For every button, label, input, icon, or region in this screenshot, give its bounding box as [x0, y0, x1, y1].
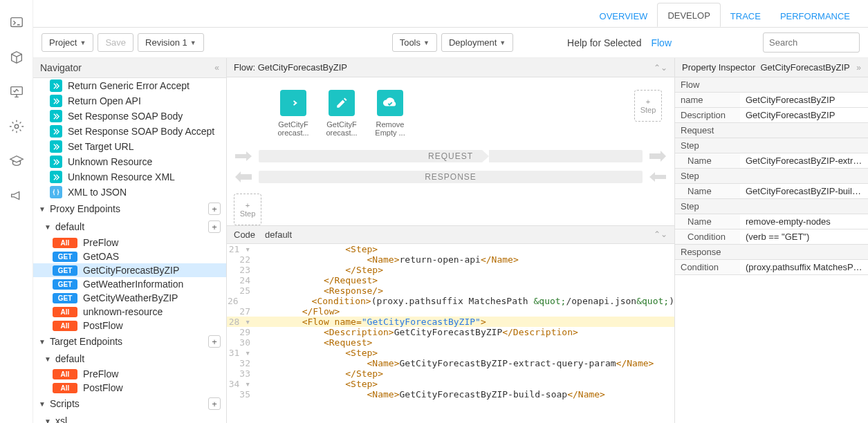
flow-step[interactable]: Remove Empty ...	[371, 90, 409, 137]
add-step-request[interactable]: +Step	[634, 90, 662, 122]
code-content: <Name>return-open-api</Name>	[259, 254, 519, 265]
code-editor[interactable]: 21 ▾ <Step>22 <Name>return-open-api</Nam…	[227, 244, 674, 423]
flow-item[interactable]: GETGetCityForecastByZIP	[33, 263, 226, 277]
deployment-menu[interactable]: Deployment▼	[441, 33, 513, 52]
project-menu[interactable]: Project▼	[41, 33, 93, 52]
flow-header-toggle-icon[interactable]: ⌃⌄	[654, 63, 667, 73]
inspector-value[interactable]: GetCityForecastByZIP-extract-qu	[740, 153, 868, 169]
code-line[interactable]: 24 </Request>	[227, 275, 674, 285]
flow-step[interactable]: GetCityF orecast...	[322, 90, 361, 137]
policy-item[interactable]: Set Target URL	[33, 139, 226, 154]
inspector-key: Description	[675, 108, 740, 123]
gutter: 31 ▾	[227, 348, 259, 358]
gutter: 32	[227, 358, 259, 368]
code-content: </Request>	[259, 275, 378, 285]
save-button[interactable]: Save	[98, 33, 133, 52]
nav-section[interactable]: ▼Target Endpoints+	[33, 332, 226, 350]
monitor-icon[interactable]	[9, 84, 24, 100]
flow-header: Flow: GetCityForecastByZIP ⌃⌄	[227, 58, 674, 77]
inspector-value[interactable]: (proxy.pathsuffix MatchesPath "/c	[740, 260, 868, 275]
add-button[interactable]: +	[208, 220, 221, 233]
code-line[interactable]: 29 <Description>GetCityForecastByZIP</De…	[227, 327, 674, 337]
gutter: 34 ▾	[227, 379, 259, 389]
navigator-panel: Navigator « Return Generic Error AcceptR…	[33, 58, 227, 423]
tab-develop[interactable]: DEVELOP	[657, 3, 720, 27]
flow-item[interactable]: AllPostFlow	[33, 381, 226, 395]
graduate-icon[interactable]	[9, 153, 24, 169]
inspector-value[interactable]: remove-empty-nodes	[740, 214, 868, 229]
code-tab-default[interactable]: default	[265, 229, 292, 240]
code-line[interactable]: 30 <Request>	[227, 337, 674, 348]
inspector-value[interactable]: GetCityForecastByZIP	[740, 108, 868, 123]
tools-menu[interactable]: Tools▼	[392, 33, 437, 52]
code-content: <Response/>	[259, 285, 383, 296]
flow-item[interactable]: AllPreFlow	[33, 236, 226, 250]
inspector-value[interactable]: GetCityForecastByZIP-build-soap	[740, 184, 868, 199]
code-tab-code[interactable]: Code	[234, 229, 255, 240]
response-arrow-right-icon	[648, 170, 667, 184]
flow-item[interactable]: AllPostFlow	[33, 319, 226, 332]
gear-icon[interactable]	[9, 119, 24, 134]
code-content: </Step>	[259, 368, 383, 379]
flow-item[interactable]: GETGetWeatherInformation	[33, 277, 226, 291]
terminal-icon[interactable]	[9, 15, 24, 30]
code-line[interactable]: 22 <Name>return-open-api</Name>	[227, 254, 674, 265]
code-content: <Condition>(proxy.pathsuffix MatchesPath…	[247, 296, 674, 306]
add-button[interactable]: +	[208, 397, 221, 410]
flow-label: GetOAS	[83, 251, 119, 262]
code-line[interactable]: 35 <Name>GetCityForecastByZIP-build-soap…	[227, 389, 674, 400]
collapse-navigator-icon[interactable]: «	[214, 63, 219, 73]
policy-item[interactable]: Set Response SOAP Body Accept	[33, 124, 226, 139]
inspector-group-header: Request	[675, 123, 868, 138]
tab-overview[interactable]: OVERVIEW	[590, 4, 658, 27]
code-line[interactable]: 34 ▾ <Step>	[227, 379, 674, 389]
nav-section[interactable]: ▼default+	[33, 218, 226, 236]
add-button[interactable]: +	[208, 203, 221, 215]
flow-item[interactable]: AllPreFlow	[33, 367, 226, 381]
code-line[interactable]: 26 <Condition>(proxy.pathsuffix MatchesP…	[227, 296, 674, 306]
policy-item[interactable]: Unknown Resource	[33, 154, 226, 169]
add-button[interactable]: +	[208, 335, 221, 348]
tab-trace[interactable]: TRACE	[721, 4, 770, 27]
code-line[interactable]: 25 <Response/>	[227, 285, 674, 296]
help-flow-link[interactable]: Flow	[651, 37, 672, 48]
inspector-key: Name	[675, 153, 740, 169]
code-line[interactable]: 27 </Flow>	[227, 306, 674, 317]
nav-section[interactable]: ▼xsl	[33, 413, 226, 423]
flow-step[interactable]: GetCityF orecast...	[274, 90, 313, 137]
search-input[interactable]	[763, 32, 860, 53]
policy-item[interactable]: Return Open API	[33, 93, 226, 109]
policy-item[interactable]: XML to JSON	[33, 185, 226, 200]
nav-section[interactable]: ▼Proxy Endpoints+	[33, 200, 226, 218]
policy-icon	[50, 140, 62, 153]
revision-menu[interactable]: Revision 1▼	[138, 33, 204, 52]
code-line[interactable]: 28 ▾ <Flow name="GetCityForecastByZIP">	[227, 317, 674, 327]
policy-item[interactable]: Unknown Resource XML	[33, 169, 226, 185]
code-line[interactable]: 32 <Name>GetCityForecastByZIP-extract-qu…	[227, 358, 674, 368]
code-line[interactable]: 33 </Step>	[227, 368, 674, 379]
code-toggle-icon[interactable]: ⌃⌄	[654, 229, 667, 240]
flow-item[interactable]: GETGetCityWeatherByZIP	[33, 291, 226, 305]
add-step-response[interactable]: +Step	[234, 194, 261, 225]
code-line[interactable]: 31 ▾ <Step>	[227, 348, 674, 358]
gutter: 24	[227, 275, 259, 285]
gutter: 25	[227, 285, 259, 296]
package-icon[interactable]	[9, 50, 24, 65]
inspector-value[interactable]: GetCityForecastByZIP	[740, 93, 868, 108]
inspector-key: Name	[675, 184, 740, 199]
announce-icon[interactable]	[9, 188, 24, 203]
tab-performance[interactable]: PERFORMANCE	[770, 4, 860, 27]
nav-section[interactable]: ▼Scripts+	[33, 395, 226, 413]
flow-item[interactable]: Allunknown-resource	[33, 305, 226, 319]
code-line[interactable]: 21 ▾ <Step>	[227, 244, 674, 254]
nav-section[interactable]: ▼default	[33, 350, 226, 367]
flow-label: GetCityForecastByZIP	[83, 265, 179, 276]
inspector-value[interactable]: (verb == "GET")	[740, 229, 868, 245]
inspector-toggle-icon[interactable]: »	[856, 63, 861, 73]
policy-icon	[50, 110, 62, 122]
policy-item[interactable]: Set Response SOAP Body	[33, 109, 226, 124]
policy-item[interactable]: Return Generic Error Accept	[33, 78, 226, 93]
code-line[interactable]: 23 </Step>	[227, 265, 674, 275]
inspector-group-header: Step	[675, 169, 868, 184]
flow-item[interactable]: GETGetOAS	[33, 250, 226, 263]
